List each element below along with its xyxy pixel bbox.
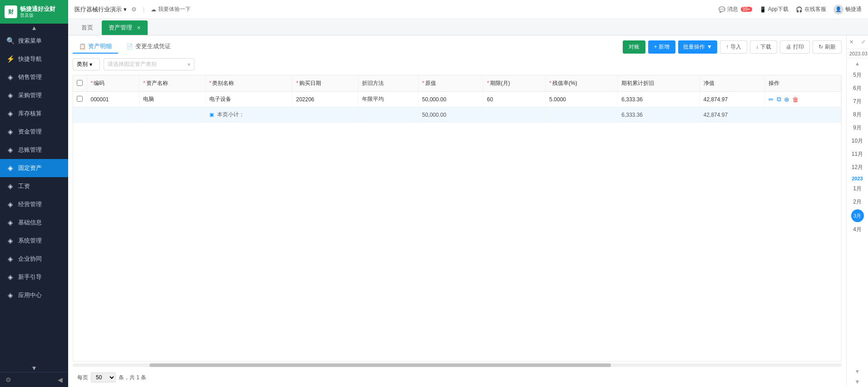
copy-button[interactable]: ⧉	[777, 95, 781, 103]
month-3-active[interactable]: 3月	[851, 209, 864, 222]
collapse-sidebar-button[interactable]: ◀	[58, 376, 63, 383]
panel-scroll-up[interactable]: ▲	[847, 59, 868, 69]
sidebar-item-inventory[interactable]: ◈ 库存核算	[0, 104, 68, 123]
panel-bottom-icon[interactable]: ▼	[854, 378, 860, 385]
app-download-button[interactable]: 📱 App下载	[759, 5, 789, 13]
refresh-button[interactable]: ↻ 刷新	[813, 40, 842, 54]
month-2[interactable]: 2月	[847, 195, 868, 208]
sidebar-item-payroll[interactable]: ◈ 工资	[0, 177, 68, 195]
sidebar-item-system[interactable]: ◈ 系统管理	[0, 232, 68, 250]
settings-button[interactable]: ⚙	[5, 376, 11, 383]
company-selector[interactable]: 医疗器械行业演示 ▾	[74, 5, 127, 14]
subtab-voucher[interactable]: 📄 变更生成凭证	[120, 40, 177, 54]
sidebar-item-quick-nav[interactable]: ⚡ 快捷导航	[0, 50, 68, 68]
month-1[interactable]: 1月	[847, 182, 868, 195]
sidebar-item-purchase[interactable]: ◈ 采购管理	[0, 86, 68, 104]
th-net-value: 净值	[699, 75, 764, 92]
export-icon: ↑	[726, 44, 729, 50]
tab-home[interactable]: 首页	[74, 20, 100, 35]
th-residual-rate: *残值率(%)	[546, 75, 618, 92]
sidebar-item-ledger[interactable]: ◈ 总账管理	[0, 141, 68, 159]
batch-button[interactable]: 批量操作 ▼	[678, 40, 717, 54]
table-row: 000001 电脑 电子设备 202206 年限平均 50,000.00 60 …	[73, 92, 841, 107]
download-icon: ↓	[756, 44, 759, 50]
year-2023-label: 2023	[847, 174, 868, 182]
month-5[interactable]: 5月	[847, 69, 868, 82]
month-11[interactable]: 11月	[847, 148, 868, 161]
company-dropdown-icon: ▾	[124, 6, 127, 13]
download-button[interactable]: ↓ 下载	[750, 40, 777, 54]
subtab-asset-detail[interactable]: 📋 资产明细	[73, 40, 118, 54]
cell-initial-depreciation: 6,333.36	[618, 92, 700, 107]
row-checkbox[interactable]	[77, 96, 83, 102]
gear-icon[interactable]: ⚙	[131, 6, 137, 13]
th-actions: 操作	[764, 75, 841, 92]
category-value-select[interactable]: 请选择固定资产类别 ▾	[104, 58, 194, 70]
sidebar-item-label: 基础信息	[18, 218, 42, 227]
th-checkbox	[73, 75, 87, 92]
sidebar-item-fixed-assets[interactable]: ◈ 固定资产	[0, 159, 68, 177]
content-area: 📋 资产明细 📄 变更生成凭证 对账 + 新增 批量操作	[68, 35, 868, 387]
messages-button[interactable]: 💬 消息 99+	[719, 5, 752, 13]
close-tab-icon[interactable]: ✕	[137, 25, 141, 30]
sidebar-item-enterprise[interactable]: ◈ 企业协同	[0, 250, 68, 268]
cell-name: 电脑	[139, 92, 205, 107]
cell-purchase-date: 202206	[292, 92, 358, 107]
cell-period: 60	[483, 92, 546, 107]
sidebar-scroll-down[interactable]: ▼	[0, 364, 68, 372]
operations-icon: ◈	[6, 200, 15, 208]
cell-code: 000001	[87, 92, 139, 107]
experience-button[interactable]: ☁ 我要体验一下	[151, 5, 191, 13]
sidebar-item-operations[interactable]: ◈ 经营管理	[0, 195, 68, 213]
sidebar-item-basic-info[interactable]: ◈ 基础信息	[0, 213, 68, 232]
sidebar-item-funds[interactable]: ◈ 资金管理	[0, 123, 68, 141]
quick-nav-icon: ⚡	[6, 55, 15, 63]
sidebar-item-label: 快捷导航	[18, 55, 42, 63]
sidebar-item-search[interactable]: 🔍 搜索菜单	[0, 32, 68, 50]
new-button[interactable]: + 新增	[648, 40, 675, 54]
panel-months: 5月 6月 7月 8月 9月 10月 11月 12月 2023 1月 2月 3月…	[847, 69, 868, 367]
sidebar-item-sales[interactable]: ◈ 销售管理	[0, 68, 68, 86]
category-type-select[interactable]: 类别 ▾	[73, 58, 100, 70]
ledger-icon: ◈	[6, 146, 15, 154]
print-button[interactable]: 🖨 打印	[780, 40, 810, 54]
month-8[interactable]: 8月	[847, 108, 868, 121]
export-button[interactable]: ↑ 导入	[720, 40, 747, 54]
sidebar-item-label: 新手引导	[18, 273, 42, 281]
sidebar-item-guide[interactable]: ◈ 新手引导	[0, 268, 68, 286]
subtotal-icon: ▣	[209, 112, 214, 117]
month-6[interactable]: 6月	[847, 82, 868, 95]
sidebar-scroll-up[interactable]: ▲	[0, 24, 68, 32]
delete-button[interactable]: 🗑	[792, 96, 799, 103]
pagination: 每页 10 20 50 100 条，共 1 条	[73, 369, 842, 382]
month-4[interactable]: 4月	[847, 223, 868, 236]
month-10[interactable]: 10月	[847, 134, 868, 148]
month-9[interactable]: 9月	[847, 121, 868, 134]
page-size-select[interactable]: 10 20 50 100	[91, 372, 116, 382]
scrollbar-thumb[interactable]	[149, 363, 611, 367]
purchase-icon: ◈	[6, 91, 15, 99]
expand-panel-icon[interactable]: ⤢	[861, 39, 865, 45]
select-all-checkbox[interactable]	[77, 80, 83, 86]
phone-icon: 📱	[759, 6, 766, 13]
th-depreciation-method: 折旧方法	[358, 75, 418, 92]
cell-original-value: 50,000.00	[418, 92, 483, 107]
horizontal-scrollbar[interactable]	[73, 363, 842, 367]
month-12[interactable]: 12月	[847, 161, 868, 174]
user-menu[interactable]: 👤 畅捷通	[833, 5, 862, 15]
tab-asset-mgmt[interactable]: 资产管理 ✕	[102, 20, 148, 35]
avatar: 👤	[833, 5, 843, 15]
th-code: *编码	[87, 75, 139, 92]
more-button[interactable]: ⊕	[784, 96, 789, 103]
panel-year-label: 2023.03	[847, 49, 868, 59]
subtotal-row: ▣ 本页小计： 50,000.00 6,333.36 42,874.97	[73, 107, 841, 123]
month-7[interactable]: 7月	[847, 95, 868, 108]
close-panel-icon[interactable]: ✕	[849, 39, 853, 45]
edit-button[interactable]: ✏	[769, 96, 774, 103]
guide-icon: ◈	[6, 273, 15, 281]
reconcile-button[interactable]: 对账	[623, 40, 645, 54]
th-purchase-date: *购买日期	[292, 75, 358, 92]
panel-scroll-down[interactable]: ▼	[847, 367, 868, 377]
sidebar-item-app-center[interactable]: ◈ 应用中心	[0, 286, 68, 304]
online-service-button[interactable]: 🎧 在线客服	[796, 5, 826, 13]
